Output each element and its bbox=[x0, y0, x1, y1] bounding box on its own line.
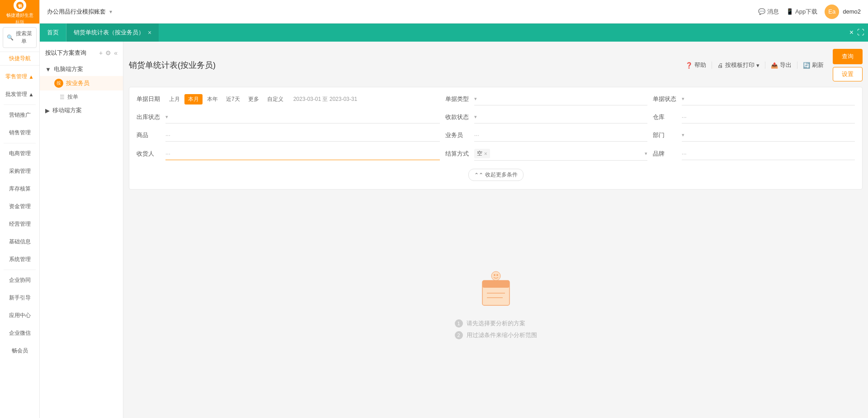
add-scheme-icon[interactable]: + bbox=[99, 49, 103, 57]
sidebar-item-corp-collab[interactable]: 企业协同 bbox=[2, 272, 38, 289]
svg-point-8 bbox=[496, 274, 498, 276]
collapse-bar: ⌃⌃ 收起更多条件 bbox=[137, 166, 855, 184]
warehouse-input[interactable]: ··· bbox=[682, 111, 855, 124]
sidebar-item-ecommerce[interactable]: 电商管理 bbox=[2, 145, 38, 162]
sidebar-item-inventory[interactable]: 库存核算 bbox=[2, 180, 38, 197]
doc-type-input[interactable]: ▾ bbox=[474, 93, 647, 105]
department-input[interactable]: ▾ bbox=[682, 129, 855, 142]
sidebar-item-newbie[interactable]: 新手引导 bbox=[2, 290, 38, 306]
date-tab-last-month[interactable]: 上月 bbox=[165, 94, 184, 104]
svg-point-6 bbox=[491, 271, 500, 280]
retail-arrow: ▲ bbox=[28, 74, 34, 80]
sidebar-item-retail[interactable]: 零售管理 ▲ bbox=[2, 68, 38, 85]
tree-mobile-section[interactable]: ▶ 移动端方案 bbox=[40, 104, 123, 117]
tab-sales-stats[interactable]: 销货单统计表（按业务员） × bbox=[66, 24, 159, 42]
doc-type-chevron: ▾ bbox=[474, 96, 477, 102]
settings-scheme-icon[interactable]: ⚙ bbox=[105, 49, 111, 57]
search-icon: 🔍 bbox=[7, 34, 14, 41]
brand-input[interactable]: ··· bbox=[682, 147, 855, 160]
consignee-input[interactable]: ··· bbox=[165, 147, 440, 160]
app-download-action[interactable]: 📱 App下载 bbox=[786, 8, 817, 16]
consignee-filter-item: 收货人 ··· bbox=[137, 147, 440, 160]
search-menu-button[interactable]: 🔍 搜索菜单 bbox=[3, 27, 37, 48]
sidebar-item-purchase[interactable]: 采购管理 bbox=[2, 163, 38, 180]
sidebar: 畅 畅捷通好生意 标版 🔍 搜索菜单 快捷导航 零售管理 ▲ 批发管理 ▲ bbox=[0, 0, 40, 418]
sidebar-item-marketing[interactable]: 营销推广 bbox=[2, 107, 38, 124]
sidebar-item-wholesale[interactable]: 批发管理 ▲ bbox=[2, 86, 38, 103]
sidebar-item-operation[interactable]: 经营管理 bbox=[2, 216, 38, 233]
salesperson-filter-item: 业务员 ··· bbox=[445, 129, 647, 142]
date-tab-more[interactable]: 更多 bbox=[245, 94, 263, 104]
app-name: 畅捷通好生意 bbox=[6, 13, 33, 18]
sidebar-item-corp-wechat[interactable]: 企业微信 bbox=[2, 325, 38, 342]
payment-tag-close-icon[interactable]: × bbox=[484, 151, 487, 157]
sidebar-item-sales[interactable]: 销售管理 bbox=[2, 124, 38, 141]
tree-item-by-salesperson[interactable]: 按 按业务员 bbox=[40, 76, 123, 90]
filter-row-1: 单据日期 上月 本月 本年 近7天 更多 自定义 2023-03-01 至 20… bbox=[137, 93, 855, 105]
tab-home[interactable]: 首页 bbox=[40, 24, 66, 42]
consignee-dots[interactable]: ··· bbox=[165, 150, 170, 157]
export-btn[interactable]: 📤 导出 bbox=[771, 61, 792, 69]
user-name[interactable]: demo2 bbox=[843, 8, 861, 15]
collapse-btn[interactable]: ⌃⌃ 收起更多条件 bbox=[468, 169, 524, 181]
receive-status-input[interactable]: ▾ bbox=[474, 111, 647, 124]
action-divider-1 bbox=[712, 62, 712, 69]
collapse-panel-icon[interactable]: « bbox=[114, 49, 118, 57]
tree-desktop-section[interactable]: ▼ 电脑端方案 bbox=[40, 62, 123, 76]
product-dots[interactable]: ··· bbox=[165, 132, 170, 138]
app-logo: 畅 畅捷通好生意 标版 bbox=[0, 0, 39, 24]
message-icon: 💬 bbox=[758, 8, 765, 15]
mobile-arrow-icon: ▶ bbox=[45, 107, 50, 114]
collapse-label: 收起更多条件 bbox=[485, 171, 518, 179]
left-panel-title: 按以下方案查询 bbox=[45, 49, 86, 57]
sidebar-item-finance[interactable]: 资金管理 bbox=[2, 198, 38, 215]
left-panel-actions: + ⚙ « bbox=[99, 49, 118, 57]
avatar: Ea bbox=[825, 5, 839, 19]
warehouse-dots[interactable]: ··· bbox=[682, 114, 687, 120]
brand-dots[interactable]: ··· bbox=[682, 150, 687, 157]
topbar-right: 💬 消息 📱 App下载 Ea demo2 bbox=[758, 5, 861, 19]
product-label: 商品 bbox=[137, 131, 162, 139]
filter-row-4: 收货人 ··· 结算方式 空 × ▾ bbox=[137, 147, 855, 161]
desktop-arrow-icon: ▼ bbox=[45, 66, 51, 73]
topbar-dropdown-icon[interactable]: ▾ bbox=[109, 9, 112, 15]
sales-stats-tab-label: 销货单统计表（按业务员） bbox=[74, 28, 144, 37]
department-filter-item: 部门 ▾ bbox=[653, 129, 855, 142]
print-btn[interactable]: 🖨 按模板打印 ▾ bbox=[717, 61, 760, 69]
refresh-btn[interactable]: 🔄 刷新 bbox=[803, 61, 824, 69]
out-status-chevron: ▾ bbox=[165, 114, 168, 120]
date-tab-this-year[interactable]: 本年 bbox=[203, 94, 222, 104]
query-button[interactable]: 查询 bbox=[833, 49, 863, 64]
date-tab-this-month[interactable]: 本月 bbox=[184, 94, 203, 104]
date-tab-custom[interactable]: 自定义 bbox=[264, 94, 287, 104]
settings-button[interactable]: 设置 bbox=[833, 67, 863, 81]
date-section: 上月 本月 本年 近7天 更多 自定义 2023-03-01 至 2023-03… bbox=[165, 94, 440, 104]
salesperson-dots[interactable]: ··· bbox=[474, 132, 479, 138]
user-section: Ea demo2 bbox=[825, 5, 861, 19]
message-action[interactable]: 💬 消息 bbox=[758, 8, 779, 16]
quick-nav-btn[interactable]: 快捷导航 bbox=[4, 55, 36, 62]
tab-close-icon[interactable]: × bbox=[148, 29, 151, 36]
salesperson-input[interactable]: ··· bbox=[474, 129, 647, 142]
right-panel: 销货单统计表(按业务员) ❓ 帮助 🖨 按模板打印 ▾ 📤 bbox=[123, 42, 868, 418]
sidebar-item-system[interactable]: 系统管理 bbox=[2, 251, 38, 268]
svg-point-7 bbox=[494, 274, 495, 276]
sidebar-item-basic[interactable]: 基础信息 bbox=[2, 233, 38, 250]
product-input[interactable]: ··· bbox=[165, 129, 440, 142]
tree-item-by-doc[interactable]: ☰ 按单 bbox=[40, 90, 123, 104]
page-content: 按以下方案查询 + ⚙ « ▼ 电脑端方案 按 按业务员 bbox=[40, 42, 868, 418]
doc-status-input[interactable]: ▾ bbox=[682, 93, 855, 105]
avatar-initial: Ea bbox=[828, 8, 835, 15]
help-btn[interactable]: ❓ 帮助 bbox=[685, 61, 706, 69]
out-status-input[interactable]: ▾ bbox=[165, 111, 440, 124]
tab-maximize-icon[interactable]: ⛶ bbox=[857, 28, 864, 37]
topbar: 办公用品行业模拟账套 ▾ 💬 消息 📱 App下载 Ea demo2 bbox=[40, 0, 868, 24]
tab-close-window-icon[interactable]: × bbox=[849, 28, 854, 37]
sidebar-item-app-center[interactable]: 应用中心 bbox=[2, 307, 38, 324]
payment-input[interactable]: 空 × ▾ bbox=[474, 147, 647, 161]
date-tab-7days[interactable]: 近7天 bbox=[222, 94, 244, 104]
department-label: 部门 bbox=[653, 131, 678, 139]
sidebar-item-member[interactable]: 畅会员 bbox=[2, 342, 38, 359]
receive-status-filter-item: 收款状态 ▾ bbox=[445, 111, 647, 124]
print-icon: 🖨 bbox=[717, 62, 723, 69]
